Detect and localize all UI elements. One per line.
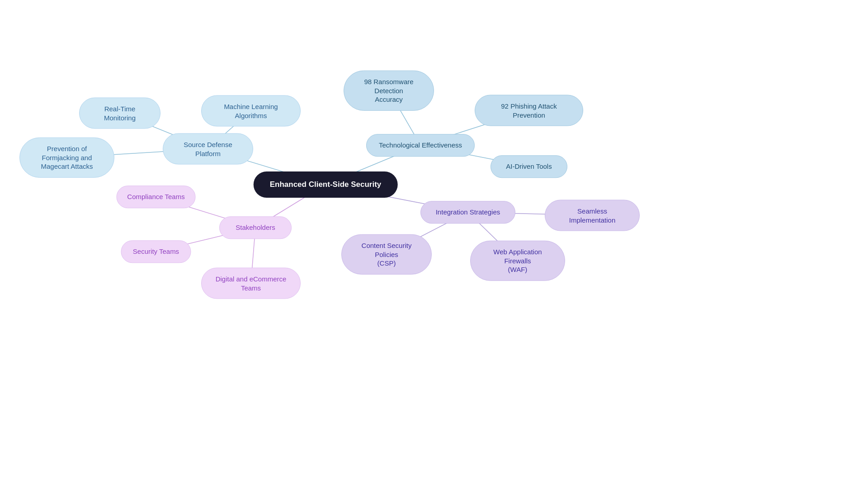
integration-strategies-node: Integration Strategies <box>420 201 515 224</box>
ai-tools-node: AI-Driven Tools <box>491 155 567 178</box>
real-time-node: Real-Time Monitoring <box>79 98 160 129</box>
compliance-teams-node: Compliance Teams <box>117 186 196 208</box>
ransomware-node: 98 Ransomware Detection Accuracy <box>344 71 434 111</box>
tech-effectiveness-node: Technological Effectiveness <box>366 134 475 157</box>
source-defense-node: Source Defense Platform <box>163 133 253 165</box>
waf-node: Web Application Firewalls (WAF) <box>470 241 565 281</box>
machine-learning-node: Machine Learning Algorithms <box>201 95 301 127</box>
security-teams-node: Security Teams <box>121 240 191 263</box>
csp-node: Content Security Policies (CSP) <box>341 234 432 275</box>
seamless-implementation-node: Seamless Implementation <box>545 200 640 231</box>
digital-teams-node: Digital and eCommerce Teams <box>201 268 301 299</box>
stakeholders-node: Stakeholders <box>219 216 292 239</box>
phishing-node: 92 Phishing Attack Prevention <box>475 95 583 126</box>
prevention-node: Prevention of Formjacking and Magecart A… <box>19 138 114 178</box>
center-node: Enhanced Client-Side Security <box>254 171 398 198</box>
